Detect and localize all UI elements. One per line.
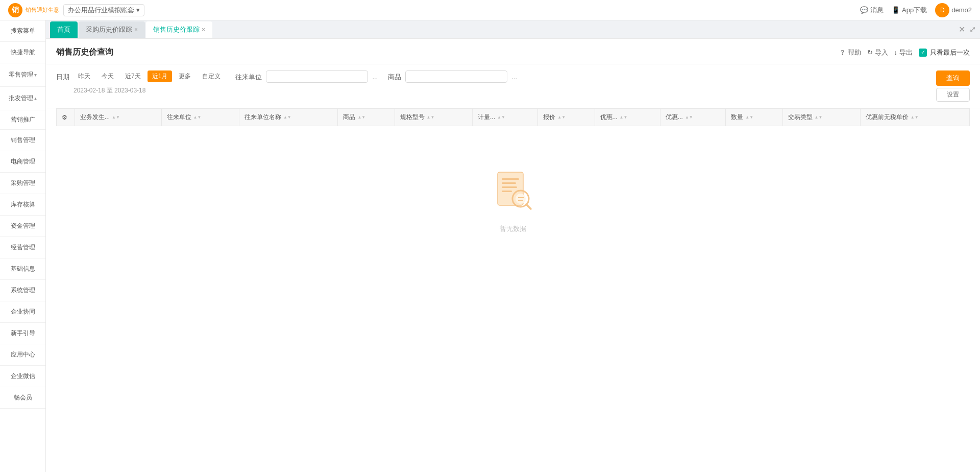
sidebar-item-marketing[interactable]: 营销推广 bbox=[0, 110, 45, 130]
sidebar-label: 批发管理 bbox=[9, 94, 33, 103]
date-filter-group: 日期 昨天 今天 近7天 近1月 更多 自定义 2023-02-18 至 202… bbox=[56, 70, 225, 95]
table-area: ⚙ 业务发生...▲▼ 往来单位▲▼ 往来单位名称▲▼ bbox=[46, 108, 980, 274]
app-download-button[interactable]: 📱 App下载 bbox=[892, 6, 927, 15]
table-col-pre-tax-price[interactable]: 优惠前无税单价▲▼ bbox=[860, 109, 969, 126]
close-all-tabs-button[interactable]: ✕ bbox=[959, 25, 965, 34]
sidebar-item-enterprise[interactable]: 企业协同 bbox=[0, 301, 45, 323]
date-filter-label: 日期 bbox=[56, 73, 69, 82]
close-icon[interactable]: × bbox=[134, 27, 138, 33]
table-col-settings[interactable]: ⚙ bbox=[57, 109, 75, 126]
table-col-trade-type[interactable]: 交易类型▲▼ bbox=[782, 109, 860, 126]
svg-rect-2 bbox=[502, 182, 516, 184]
tab-sales-history[interactable]: 销售历史价跟踪 × bbox=[146, 21, 212, 38]
only-last-label: 只看最后一次 bbox=[930, 48, 970, 57]
query-button[interactable]: 查询 bbox=[936, 70, 970, 86]
user-menu[interactable]: D demo2 bbox=[935, 3, 972, 17]
message-icon: 💬 bbox=[860, 6, 868, 14]
table-col-partner-code[interactable]: 往来单位▲▼ bbox=[161, 109, 239, 126]
sidebar-item-app-center[interactable]: 应用中心 bbox=[0, 344, 45, 366]
table-col-quote[interactable]: 报价▲▼ bbox=[538, 109, 595, 126]
sidebar-label: 系统管理 bbox=[11, 286, 35, 295]
sidebar-item-system[interactable]: 系统管理 bbox=[0, 280, 45, 301]
download-icon: 📱 bbox=[892, 6, 900, 14]
sidebar-item-purchase[interactable]: 采购管理 bbox=[0, 173, 45, 194]
goods-filter-group: 商品 ... bbox=[388, 70, 517, 83]
goods-input-group: ... bbox=[405, 70, 517, 83]
sidebar-item-wholesale-mgmt[interactable]: 批发管理 ▴ bbox=[0, 87, 45, 110]
user-label: demo2 bbox=[951, 6, 972, 14]
svg-line-7 bbox=[526, 204, 531, 209]
sidebar-label: 快捷导航 bbox=[11, 48, 35, 57]
date-btn-custom[interactable]: 自定义 bbox=[198, 70, 225, 82]
table-col-discount1[interactable]: 优惠...▲▼ bbox=[595, 109, 660, 126]
sidebar-item-quick-nav[interactable]: 快捷导航 bbox=[0, 42, 45, 63]
sidebar-item-sales-mgmt[interactable]: 销售管理 bbox=[0, 130, 45, 151]
header-right: 💬 消息 📱 App下载 D demo2 bbox=[860, 3, 972, 17]
svg-point-6 bbox=[516, 194, 526, 204]
partner-input-group: ... bbox=[266, 70, 378, 83]
sidebar-label: 营销推广 bbox=[11, 115, 35, 124]
page-header-actions: ？ 帮助 ↻ 导入 ↓ 导出 ✓ 只看最后一次 bbox=[839, 48, 970, 57]
sidebar-label: 销售管理 bbox=[11, 136, 35, 145]
table-col-goods[interactable]: 商品▲▼ bbox=[338, 109, 395, 126]
sidebar-item-membership[interactable]: 畅会员 bbox=[0, 387, 45, 409]
table-col-qty[interactable]: 数量▲▼ bbox=[726, 109, 782, 126]
goods-ellipsis[interactable]: ... bbox=[511, 73, 517, 81]
sidebar-label: 应用中心 bbox=[11, 350, 35, 359]
export-icon: ↓ bbox=[894, 49, 898, 56]
top-header: 销 销售通好生意 办公用品行业模拟账套 ▾ 💬 消息 📱 App下载 D dem… bbox=[0, 0, 980, 20]
tabs-right: ✕ ⤢ bbox=[959, 25, 976, 34]
help-button[interactable]: ？ 帮助 bbox=[839, 48, 861, 57]
export-button[interactable]: ↓ 导出 bbox=[894, 48, 913, 57]
tab-home[interactable]: 首页 bbox=[50, 21, 78, 38]
table-col-spec[interactable]: 规格型号▲▼ bbox=[395, 109, 472, 126]
sidebar-item-guide[interactable]: 新手引导 bbox=[0, 323, 45, 344]
partner-ellipsis[interactable]: ... bbox=[372, 73, 378, 81]
message-button[interactable]: 💬 消息 bbox=[860, 6, 884, 15]
import-label: 导入 bbox=[875, 48, 888, 57]
header-left: 销 销售通好生意 办公用品行业模拟账套 ▾ bbox=[8, 3, 144, 17]
sidebar-item-operations[interactable]: 经营管理 bbox=[0, 237, 45, 258]
date-btn-1month[interactable]: 近1月 bbox=[148, 70, 173, 82]
sidebar-label: 企业微信 bbox=[11, 372, 35, 381]
data-table: ⚙ 业务发生...▲▼ 往来单位▲▼ 往来单位名称▲▼ bbox=[56, 108, 970, 126]
sidebar-item-finance[interactable]: 资金管理 bbox=[0, 216, 45, 237]
table-header-row: ⚙ 业务发生...▲▼ 往来单位▲▼ 往来单位名称▲▼ bbox=[57, 109, 970, 126]
logo-area: 销 销售通好生意 bbox=[8, 3, 59, 17]
date-btn-yesterday[interactable]: 昨天 bbox=[74, 70, 95, 82]
tab-home-label: 首页 bbox=[57, 25, 70, 34]
date-btn-7days[interactable]: 近7天 bbox=[120, 70, 145, 82]
chevron-up-icon: ▴ bbox=[34, 96, 37, 101]
svg-rect-3 bbox=[502, 186, 517, 188]
table-col-unit[interactable]: 计量...▲▼ bbox=[472, 109, 537, 126]
main-layout: 搜索菜单 快捷导航 零售管理 ▾ 批发管理 ▴ 营销推广 销售管理 电商管理 采… bbox=[0, 20, 980, 472]
empty-state: 暂无数据 bbox=[56, 126, 970, 274]
empty-text: 暂无数据 bbox=[500, 224, 526, 233]
table-col-biz-date[interactable]: 业务发生...▲▼ bbox=[75, 109, 162, 126]
only-last-checkbox[interactable]: ✓ bbox=[919, 49, 927, 57]
date-btn-today[interactable]: 今天 bbox=[97, 70, 118, 82]
message-label: 消息 bbox=[870, 6, 884, 15]
settings-button[interactable]: 设置 bbox=[936, 88, 970, 102]
import-button[interactable]: ↻ 导入 bbox=[867, 48, 888, 57]
sidebar-item-inventory[interactable]: 库存核算 bbox=[0, 194, 45, 216]
filter-btn-group: 查询 设置 bbox=[936, 70, 970, 102]
partner-filter-group: 往来单位 ... bbox=[235, 70, 378, 83]
sidebar-item-basic-info[interactable]: 基础信息 bbox=[0, 258, 45, 280]
table-col-discount2[interactable]: 优惠...▲▼ bbox=[660, 109, 725, 126]
sidebar-item-search-menu[interactable]: 搜索菜单 bbox=[0, 20, 45, 42]
sidebar-item-retail-mgmt[interactable]: 零售管理 ▾ bbox=[0, 63, 45, 87]
sidebar-item-wechat[interactable]: 企业微信 bbox=[0, 366, 45, 387]
table-col-partner-name[interactable]: 往来单位名称▲▼ bbox=[239, 109, 338, 126]
sidebar-item-ecommerce[interactable]: 电商管理 bbox=[0, 151, 45, 173]
maximize-window-button[interactable]: ⤢ bbox=[969, 25, 976, 34]
goods-input[interactable] bbox=[405, 70, 507, 83]
close-icon[interactable]: × bbox=[202, 27, 205, 33]
partner-input[interactable] bbox=[266, 70, 368, 83]
svg-rect-4 bbox=[502, 191, 512, 192]
date-options: 昨天 今天 近7天 近1月 更多 自定义 bbox=[74, 70, 225, 82]
date-btn-more[interactable]: 更多 bbox=[174, 70, 195, 82]
app-selector[interactable]: 办公用品行业模拟账套 ▾ bbox=[63, 4, 144, 16]
only-last-checkbox-area[interactable]: ✓ 只看最后一次 bbox=[919, 48, 970, 57]
tab-purchase-history[interactable]: 采购历史价跟踪 × bbox=[79, 21, 145, 38]
